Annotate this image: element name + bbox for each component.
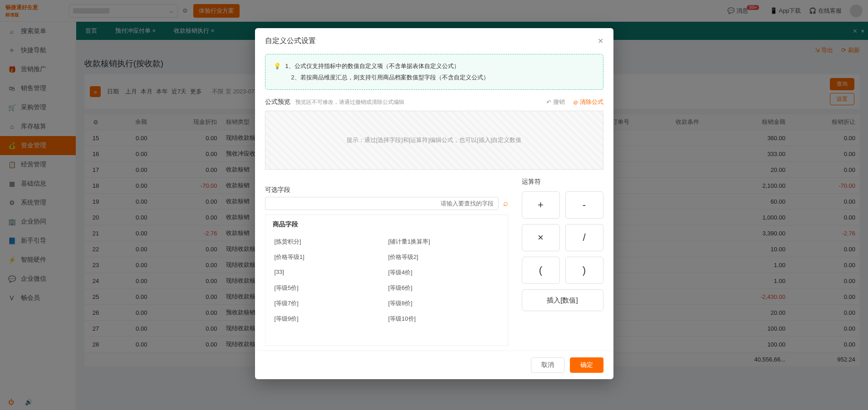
field-item[interactable]: [等级10价]	[387, 311, 500, 327]
preview-title: 公式预览	[265, 98, 290, 105]
field-item[interactable]: [价格等级2]	[387, 249, 500, 265]
cancel-button[interactable]: 取消	[531, 357, 564, 373]
field-item[interactable]: [等级9价]	[273, 311, 387, 327]
field-item[interactable]: [拣货积分]	[273, 234, 387, 249]
tip-1: 1、公式仅支持指标中的数值自定义项（不含单据表体自定义公式）	[285, 61, 489, 72]
operator-button[interactable]: /	[565, 224, 603, 251]
field-item[interactable]: [等级7价]	[273, 296, 387, 311]
operator-button[interactable]: -	[565, 191, 603, 219]
field-search-input[interactable]	[265, 197, 499, 210]
fields-list[interactable]: 商品字段 [拣货积分][辅计量1换算率][价格等级1][价格等级2][33][等…	[265, 215, 508, 346]
search-icon[interactable]: ⌕	[503, 199, 508, 208]
bulb-icon: 💡	[274, 61, 281, 83]
ok-button[interactable]: 确定	[570, 357, 603, 373]
operator-button[interactable]: )	[565, 257, 603, 284]
modal-title: 自定义公式设置	[265, 36, 316, 46]
undo-link[interactable]: ↶ 撤销	[546, 98, 565, 106]
insert-value-button[interactable]: 插入[数值]	[522, 289, 603, 311]
close-icon[interactable]: ✕	[598, 37, 603, 45]
tip-2: 2、若按商品维度汇总，则支持引用商品档案数值型字段（不含自定义公式）	[285, 72, 489, 83]
field-item[interactable]: [辅计量1换算率]	[387, 234, 500, 249]
tip-box: 💡 1、公式仅支持指标中的数值自定义项（不含单据表体自定义公式） 2、若按商品维…	[265, 54, 603, 90]
field-item[interactable]: [价格等级1]	[273, 249, 387, 265]
field-item[interactable]: [等级5价]	[273, 280, 387, 296]
formula-modal: 自定义公式设置 ✕ 💡 1、公式仅支持指标中的数值自定义项（不含单据表体自定义公…	[255, 28, 613, 379]
field-item[interactable]: [等级6价]	[387, 280, 500, 296]
field-group-title: 商品字段	[265, 215, 508, 234]
fields-title: 可选字段	[265, 186, 290, 194]
operators-title: 运算符	[522, 178, 603, 186]
field-item[interactable]: [33]	[273, 265, 387, 280]
operator-button[interactable]: ×	[522, 224, 560, 251]
operator-button[interactable]: +	[522, 191, 560, 219]
preview-subtitle: 预览区不可修改，请通过撤销或清除公式编辑	[295, 99, 404, 105]
operator-button[interactable]: (	[522, 257, 560, 284]
field-item[interactable]: [等级8价]	[387, 296, 500, 311]
clear-link[interactable]: ⊘ 清除公式	[573, 98, 603, 106]
formula-preview: 提示：通过[选择字段]和[运算符]编辑公式，也可以[插入]自定义数值	[265, 111, 603, 170]
field-item[interactable]: [等级4价]	[387, 265, 500, 280]
